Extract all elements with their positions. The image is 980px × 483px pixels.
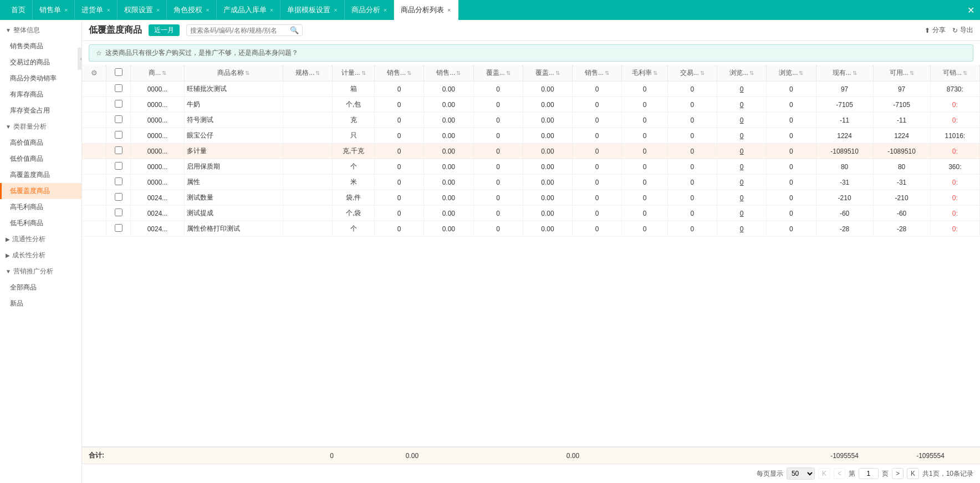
nav-purchase-order[interactable]: 进货单 × xyxy=(75,0,117,20)
col-available-stock[interactable]: 可用...⇅ xyxy=(873,65,930,82)
sidebar-item-low-profit[interactable]: 低毛利商品 xyxy=(0,215,81,231)
row-checkbox[interactable] xyxy=(115,131,122,139)
share-button[interactable]: ⬆ 分享 xyxy=(925,26,946,35)
row-checkbox[interactable] xyxy=(115,177,122,185)
sidebar-item-category-rate[interactable]: 商品分类动销率 xyxy=(0,70,81,87)
browse-link: 0 xyxy=(740,132,744,140)
total-sales-count: 0 xyxy=(314,452,350,460)
close-icon[interactable]: × xyxy=(334,7,337,13)
close-icon[interactable]: × xyxy=(156,7,160,13)
total-coverage2: 0.00 xyxy=(555,452,591,460)
close-icon[interactable]: × xyxy=(106,7,110,13)
col-current-stock[interactable]: 现有...⇅ xyxy=(816,65,873,82)
col-sales-detail[interactable]: 销售...⇅ xyxy=(573,65,622,82)
col-browse2[interactable]: 浏览...⇅ xyxy=(767,65,816,82)
export-button[interactable]: ↻ 导出 xyxy=(952,26,973,35)
sidebar-section-growth[interactable]: ▶ 成长性分析 xyxy=(0,247,81,263)
nav-home[interactable]: 首页 xyxy=(4,0,33,20)
select-all-checkbox[interactable] xyxy=(115,68,122,76)
search-box: 🔍 xyxy=(186,24,303,36)
row-checkbox[interactable] xyxy=(115,100,122,108)
close-icon[interactable]: × xyxy=(206,7,209,13)
sidebar-item-stock-fund[interactable]: 库存资金占用 xyxy=(0,103,81,119)
nav-sales-order[interactable]: 销售单 × xyxy=(33,0,75,20)
close-all-button[interactable]: ✕ xyxy=(967,5,974,16)
col-checkbox xyxy=(106,65,131,82)
table-container: ⚙ 商...⇅ 商品名称⇅ 规格...⇅ xyxy=(82,65,980,446)
row-checkbox[interactable] xyxy=(115,193,122,201)
close-icon[interactable]: × xyxy=(270,7,273,13)
table-row: 0000... 旺辅批次测试 箱 0 0.00 0 0.00 0 0 0 0 0… xyxy=(82,82,980,97)
content-header: 低覆盖度商品 近一月 🔍 ⬆ 分享 ↻ 导出 xyxy=(82,20,980,41)
time-filter-button[interactable]: 近一月 xyxy=(149,24,180,36)
nav-product-entry[interactable]: 产成品入库单 × xyxy=(217,0,280,20)
nav-goods-analysis[interactable]: 商品分析 × xyxy=(345,0,394,20)
first-page-button[interactable]: K xyxy=(818,468,830,479)
row-checkbox[interactable] xyxy=(115,146,122,154)
sort-icon: ⇅ xyxy=(700,70,705,76)
last-page-button[interactable]: K xyxy=(907,468,919,479)
sidebar-item-high-value[interactable]: 高价值商品 xyxy=(0,135,81,151)
sidebar-toggle-button[interactable]: « xyxy=(78,48,82,70)
row-checkbox[interactable] xyxy=(115,224,122,232)
col-gross-margin[interactable]: 毛利率⇅ xyxy=(622,65,667,82)
table-row: 0024... 测试数量 袋,件 0 0.00 0 0.00 0 0 0 0 0… xyxy=(82,190,980,206)
export-icon: ↻ xyxy=(952,27,958,34)
col-coverage1[interactable]: 覆盖...⇅ xyxy=(473,65,523,82)
col-coverage2[interactable]: 覆盖...⇅ xyxy=(523,65,572,82)
browse-link: 0 xyxy=(740,194,744,202)
sidebar-item-sales-goods[interactable]: 销售类商品 xyxy=(0,38,81,54)
sidebar-section-cluster[interactable]: ▼ 类群量分析 xyxy=(0,119,81,135)
sidebar-section-circulation[interactable]: ▶ 流通性分析 xyxy=(0,231,81,247)
col-name[interactable]: 商品名称⇅ xyxy=(184,65,283,82)
sidebar-item-all-goods[interactable]: 全部商品 xyxy=(0,279,81,296)
pagination: 每页显示 50 100 200 K < 第 页 > K 共1页，10条记录 xyxy=(82,464,980,483)
sidebar-item-traded-goods[interactable]: 交易过的商品 xyxy=(0,54,81,70)
row-checkbox[interactable] xyxy=(115,115,122,123)
table-row: 0000... 启用保质期 个 0 0.00 0 0.00 0 0 0 0 0 … xyxy=(82,159,980,175)
col-browse1[interactable]: 浏览...⇅ xyxy=(717,65,767,82)
page-number-input[interactable] xyxy=(859,468,879,479)
column-settings-icon[interactable]: ⚙ xyxy=(91,69,98,77)
close-icon[interactable]: × xyxy=(447,7,451,13)
next-page-button[interactable]: > xyxy=(892,468,904,479)
col-sellable[interactable]: 可销...⇅ xyxy=(930,65,979,82)
table-header-row: ⚙ 商...⇅ 商品名称⇅ 规格...⇅ xyxy=(82,65,980,82)
page-title: 低覆盖度商品 xyxy=(89,24,142,36)
col-transaction[interactable]: 交易...⇅ xyxy=(667,65,717,82)
sidebar-item-new-goods[interactable]: 新品 xyxy=(0,296,81,312)
page-size-select[interactable]: 50 100 200 xyxy=(787,467,815,480)
col-sales-count[interactable]: 销售...⇅ xyxy=(374,65,423,82)
col-code[interactable]: 商...⇅ xyxy=(131,65,184,82)
table-footer: 合计: 0 0.00 0.00 -1095554 -1095554 xyxy=(82,446,980,464)
sidebar-section-marketing[interactable]: ▼ 营销推广分析 xyxy=(0,263,81,279)
col-sales-amount[interactable]: 销售...⇅ xyxy=(424,65,473,82)
col-unit[interactable]: 计量...⇅ xyxy=(333,65,375,82)
row-checkbox[interactable] xyxy=(115,162,122,170)
close-icon[interactable]: × xyxy=(384,7,387,13)
col-spec[interactable]: 规格...⇅ xyxy=(283,65,333,82)
nav-permission-settings[interactable]: 权限设置 × xyxy=(118,0,167,20)
prev-page-button[interactable]: < xyxy=(834,468,845,479)
sidebar-item-low-coverage[interactable]: 低覆盖度商品 xyxy=(0,183,81,199)
sort-icon: ⇅ xyxy=(162,70,166,76)
page-label: 页 xyxy=(882,469,889,479)
col-gear: ⚙ xyxy=(82,65,106,82)
table-row: 0024... 测试提成 个,袋 0 0.00 0 0.00 0 0 0 0 0… xyxy=(82,206,980,221)
content-area: 低覆盖度商品 近一月 🔍 ⬆ 分享 ↻ 导出 ☆ 这类商品只有很少客户购买过，是… xyxy=(82,20,980,483)
sidebar-item-high-profit[interactable]: 高毛利商品 xyxy=(0,199,81,215)
sort-icon: ⇅ xyxy=(506,70,511,76)
sort-icon: ⇅ xyxy=(245,70,249,76)
close-icon[interactable]: × xyxy=(64,7,68,13)
nav-role-auth[interactable]: 角色授权 × xyxy=(167,0,216,20)
row-checkbox[interactable] xyxy=(115,209,122,216)
row-checkbox[interactable] xyxy=(115,84,122,92)
search-input[interactable] xyxy=(190,27,290,34)
sidebar-item-low-value[interactable]: 低价值商品 xyxy=(0,151,81,167)
table-row: 0000... 牛奶 个,包 0 0.00 0 0.00 0 0 0 0 0 -… xyxy=(82,97,980,113)
nav-goods-analysis-list[interactable]: 商品分析列表 × xyxy=(394,0,458,20)
sidebar-item-in-stock[interactable]: 有库存商品 xyxy=(0,87,81,103)
nav-template-settings[interactable]: 单据模板设置 × xyxy=(280,0,344,20)
sidebar-section-overall[interactable]: ▼ 整体信息 xyxy=(0,22,81,38)
sidebar-item-high-coverage[interactable]: 高覆盖度商品 xyxy=(0,167,81,183)
